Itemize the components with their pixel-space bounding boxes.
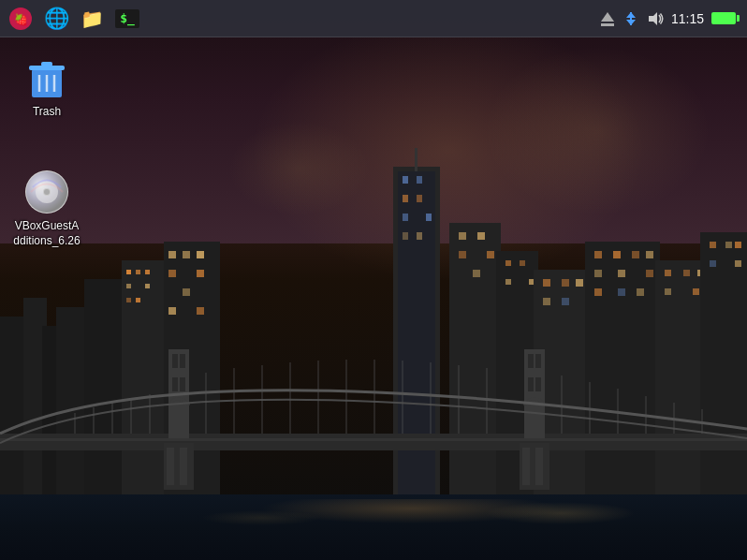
svg-marker-119 bbox=[626, 20, 636, 25]
browser-button[interactable]: 🌐 bbox=[39, 3, 73, 35]
time-display: 11:15 bbox=[671, 11, 704, 26]
terminal-button[interactable]: $_ bbox=[110, 3, 144, 35]
desktop-icons: Trash bbox=[0, 45, 747, 560]
volume-icon bbox=[647, 10, 664, 27]
taskbar-left: 🍓 🌐 📁 $_ bbox=[0, 3, 144, 35]
svg-point-131 bbox=[44, 189, 50, 195]
disc-icon-svg bbox=[23, 169, 70, 215]
svg-marker-120 bbox=[649, 12, 657, 25]
battery-tip bbox=[737, 15, 740, 22]
network-transfer-button[interactable] bbox=[622, 10, 639, 27]
eject-icon bbox=[600, 10, 615, 27]
taskbar: 🍓 🌐 📁 $_ bbox=[0, 0, 747, 37]
battery-body bbox=[711, 12, 736, 24]
eject-button[interactable] bbox=[600, 10, 615, 27]
file-manager-button[interactable]: 📁 bbox=[75, 3, 109, 35]
trash-icon-svg bbox=[24, 56, 69, 101]
volume-button[interactable] bbox=[647, 10, 664, 27]
terminal-icon: $_ bbox=[115, 9, 139, 28]
trash-label: Trash bbox=[33, 105, 61, 120]
vbox-disc-label: VBoxGuestAdditions_6.26 bbox=[13, 219, 81, 248]
svg-marker-115 bbox=[601, 12, 614, 22]
rpi-menu-button[interactable]: 🍓 bbox=[4, 3, 37, 35]
svg-text:🍓: 🍓 bbox=[14, 12, 28, 26]
svg-rect-126 bbox=[41, 62, 52, 66]
folder-icon: 📁 bbox=[81, 7, 104, 30]
taskbar-right: 11:15 bbox=[600, 10, 747, 27]
trash-icon[interactable]: Trash bbox=[9, 52, 84, 124]
vbox-disc-icon[interactable]: VBoxGuestAdditions_6.26 bbox=[9, 165, 84, 252]
battery-indicator bbox=[711, 12, 740, 24]
transfer-icon bbox=[622, 10, 639, 27]
svg-rect-116 bbox=[601, 23, 614, 26]
rpi-icon: 🍓 bbox=[7, 6, 34, 32]
globe-icon: 🌐 bbox=[44, 7, 69, 31]
